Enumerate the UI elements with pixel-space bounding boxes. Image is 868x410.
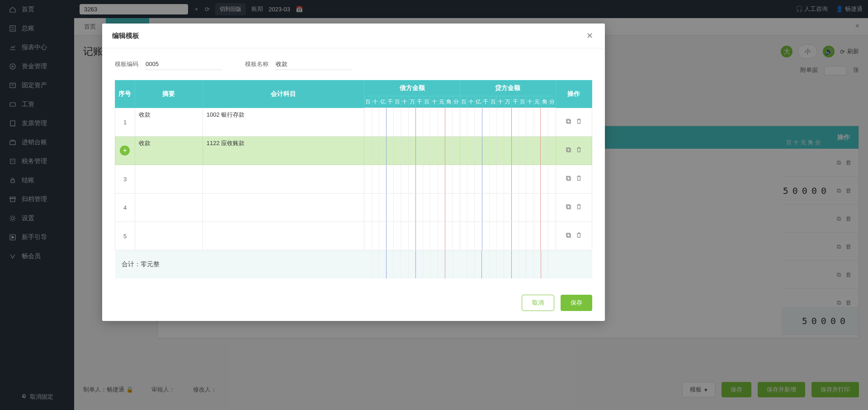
summary-cell[interactable]: 收款	[135, 137, 203, 165]
modal-title: 编辑模板	[112, 32, 139, 40]
account-cell[interactable]: 1122 应收账款	[203, 137, 364, 165]
delete-row-icon[interactable]	[576, 118, 582, 125]
summary-cell[interactable]: 收款	[135, 108, 203, 137]
th-digit: 分	[453, 96, 460, 108]
debit-cell[interactable]	[364, 222, 460, 250]
svg-rect-13	[567, 149, 571, 152]
svg-rect-11	[567, 120, 571, 124]
account-cell[interactable]	[203, 222, 364, 250]
th-digit: 十	[401, 96, 408, 108]
account-cell[interactable]	[203, 165, 364, 193]
svg-rect-17	[567, 206, 571, 209]
th-debit: 借方金额	[364, 80, 460, 96]
th-digit: 百	[460, 96, 467, 108]
th-digit: 十	[497, 96, 504, 108]
th-digit: 千	[482, 96, 489, 108]
seq-cell: 5	[115, 222, 135, 250]
th-digit: 千	[387, 96, 394, 108]
action-cell	[556, 165, 592, 193]
action-cell	[556, 137, 592, 165]
save-button[interactable]: 保存	[561, 295, 592, 311]
seq-cell: 4	[115, 193, 135, 222]
seq-cell: +	[115, 137, 135, 165]
credit-cell[interactable]	[460, 165, 556, 193]
seq-cell: 3	[115, 165, 135, 193]
th-digit: 千	[416, 96, 423, 108]
table-row[interactable]: 3	[115, 165, 592, 193]
th-digit: 百	[364, 96, 372, 108]
delete-row-icon[interactable]	[576, 203, 582, 210]
copy-row-icon[interactable]	[565, 203, 572, 210]
th-digit: 十	[526, 96, 533, 108]
svg-rect-15	[567, 177, 571, 181]
th-digit: 百	[423, 96, 430, 108]
add-row-button[interactable]: +	[120, 146, 130, 156]
svg-rect-10	[566, 119, 570, 123]
total-credit	[460, 250, 556, 279]
th-digit: 十	[430, 96, 438, 108]
summary-cell[interactable]	[135, 193, 203, 222]
edit-template-modal: 编辑模板 ✕ 模板编码 模板名称 序号 摘要 会计科目 借方金额 贷方金额	[102, 24, 605, 321]
th-digit: 百	[519, 96, 526, 108]
credit-cell[interactable]	[460, 137, 556, 165]
th-digit: 角	[445, 96, 453, 108]
th-seq: 序号	[115, 80, 135, 108]
debit-cell[interactable]	[364, 165, 460, 193]
th-digit: 万	[409, 96, 416, 108]
th-digit: 十	[372, 96, 379, 108]
copy-row-icon[interactable]	[565, 175, 572, 182]
table-row[interactable]: +收款1122 应收账款	[115, 137, 592, 165]
th-digit: 百	[490, 96, 497, 108]
th-action: 操作	[556, 80, 592, 108]
credit-cell[interactable]	[460, 222, 556, 250]
total-cell: 合计：零元整	[115, 250, 364, 279]
cancel-button[interactable]: 取消	[522, 295, 554, 311]
th-digit: 分	[548, 96, 556, 108]
table-row[interactable]: 1收款1002 银行存款	[115, 108, 592, 137]
svg-rect-14	[566, 176, 570, 180]
summary-cell[interactable]	[135, 222, 203, 250]
th-digit: 百	[394, 96, 401, 108]
delete-row-icon[interactable]	[576, 146, 582, 153]
table-row[interactable]: 4	[115, 193, 592, 222]
credit-cell[interactable]	[460, 193, 556, 222]
action-cell	[556, 193, 592, 222]
th-digit: 万	[504, 96, 511, 108]
template-name-input[interactable]	[275, 58, 353, 70]
credit-cell[interactable]	[460, 108, 556, 137]
svg-rect-16	[566, 205, 570, 208]
debit-cell[interactable]	[364, 193, 460, 222]
template-code-label: 模板编码	[115, 60, 138, 68]
th-digit: 十	[467, 96, 475, 108]
th-account: 会计科目	[203, 80, 364, 108]
svg-rect-19	[567, 234, 571, 238]
template-name-label: 模板名称	[245, 60, 269, 68]
copy-row-icon[interactable]	[565, 232, 572, 239]
table-row[interactable]: 5	[115, 222, 592, 250]
th-summary: 摘要	[135, 80, 203, 108]
template-code-input[interactable]	[145, 58, 222, 70]
th-credit: 贷方金额	[460, 80, 556, 96]
th-digit: 元	[533, 96, 541, 108]
th-digit: 亿	[475, 96, 482, 108]
account-cell[interactable]	[203, 193, 364, 222]
copy-row-icon[interactable]	[565, 118, 572, 125]
delete-row-icon[interactable]	[576, 175, 582, 182]
template-table: 序号 摘要 会计科目 借方金额 贷方金额 操作 百十亿千百十万千百十元角分百十亿…	[115, 80, 592, 278]
copy-row-icon[interactable]	[565, 146, 572, 153]
th-digit: 亿	[379, 96, 386, 108]
svg-rect-18	[566, 233, 570, 237]
modal-close-button[interactable]: ✕	[585, 31, 595, 41]
delete-row-icon[interactable]	[576, 232, 582, 239]
summary-cell[interactable]	[135, 165, 203, 193]
th-digit: 千	[511, 96, 519, 108]
action-cell	[556, 108, 592, 137]
total-action-empty	[556, 250, 592, 279]
seq-cell: 1	[115, 108, 135, 137]
total-debit	[364, 250, 460, 279]
account-cell[interactable]: 1002 银行存款	[203, 108, 364, 137]
debit-cell[interactable]	[364, 137, 460, 165]
th-digit: 角	[541, 96, 548, 108]
svg-rect-12	[566, 148, 570, 151]
debit-cell[interactable]	[364, 108, 460, 137]
